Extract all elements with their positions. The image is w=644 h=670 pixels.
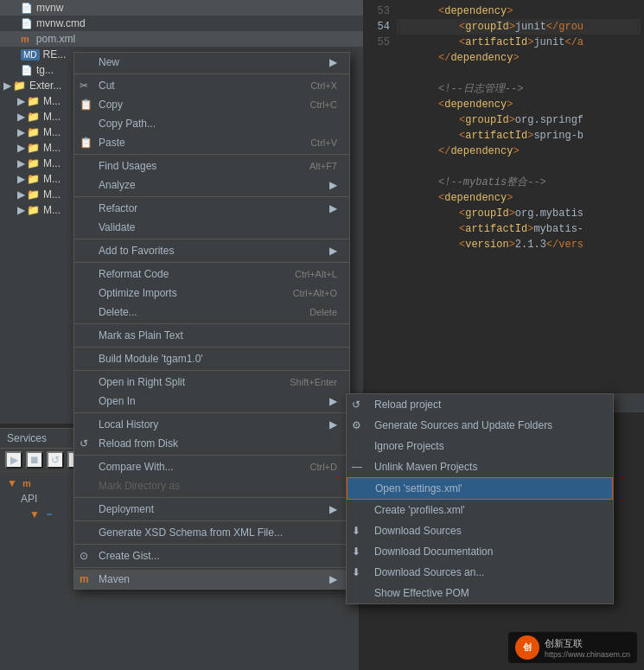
expand-icon-m3: ▶ [17, 126, 25, 138]
menu-item-localhistory[interactable]: Local History ▶ [74, 415, 349, 434]
menu-label-localhistory: Local History [99, 418, 158, 431]
menu-label-reloaddisk: Reload from Disk [99, 437, 178, 450]
services-stop-btn[interactable]: ⏹ [26, 451, 43, 469]
sub-menu-label-downloadsourcesan: Download Sources an... [374, 566, 484, 578]
menu-item-markplain[interactable]: Mark as Plain Text [74, 326, 349, 345]
code-line-6: <groupId>org.springf [397, 112, 641, 128]
context-menu-sub-maven: ↺ Reload project ⚙ Generate Sources and … [346, 393, 614, 604]
menu-sep-6 [74, 323, 349, 324]
menu-item-analyze[interactable]: Analyze ▶ [74, 175, 349, 195]
sub-menu-item-downloaddocs[interactable]: ⬇ Download Documentation [347, 541, 613, 562]
arrow-icon-localhistory: ▶ [329, 418, 337, 431]
menu-item-creategist[interactable]: ⊙ Create Gist... [74, 546, 349, 565]
code-line-blank1 [397, 66, 641, 81]
sub-menu-item-ignore[interactable]: Ignore Projects [347, 436, 613, 456]
services-expand-1: ▼ [7, 477, 17, 489]
code-line-12: <version>2.1.3</vers [397, 237, 641, 252]
sub-menu-label-downloaddocs: Download Documentation [374, 546, 493, 558]
tree-item-mvnw[interactable]: 📄 mvnw [0, 0, 363, 16]
menu-item-refactor[interactable]: Refactor ▶ [74, 199, 349, 218]
menu-sep-14 [74, 567, 349, 568]
menu-item-reloaddisk[interactable]: ↺ Reload from Disk [74, 434, 349, 453]
sub-menu-item-downloadsourcesan[interactable]: ⬇ Download Sources an... [347, 562, 613, 583]
file-icon-re: MD [21, 49, 40, 61]
menu-item-new[interactable]: New ▶ [74, 53, 349, 72]
expand-icon-m2: ▶ [17, 111, 25, 123]
menu-sep-9 [74, 412, 349, 413]
sub-menu-item-reload[interactable]: ↺ Reload project [347, 394, 613, 415]
menu-item-delete[interactable]: Delete... Delete [74, 303, 349, 322]
menu-item-genxsd[interactable]: Generate XSD Schema from XML File... [74, 523, 349, 542]
services-title: Services [7, 432, 47, 444]
menu-item-deployment[interactable]: Deployment ▶ [74, 500, 349, 519]
expand-icon-m1: ▶ [17, 95, 25, 107]
tree-label-mvnw: mvnw [36, 2, 63, 14]
menu-item-openrightsplit[interactable]: Open in Right Split Shift+Enter [74, 373, 349, 392]
sub-menu-item-showpom[interactable]: Show Effective POM [347, 583, 613, 603]
menu-sep-8 [74, 370, 349, 371]
menu-sep-12 [74, 520, 349, 521]
menu-item-openin[interactable]: Open In ▶ [74, 392, 349, 411]
cut-icon: ✂ [80, 80, 88, 92]
menu-item-copypath[interactable]: Copy Path... [74, 114, 349, 133]
menu-label-cut: Cut [99, 80, 115, 92]
paste-icon: 📋 [80, 137, 92, 149]
tree-label-m4: M... [43, 142, 61, 154]
code-line-9: <dependency> [397, 190, 641, 206]
services-api-icon: API [21, 493, 37, 505]
menu-item-copy[interactable]: 📋 Copy Ctrl+C [74, 95, 349, 114]
sub-menu-item-createprofiles[interactable]: Create 'profiles.xml' [347, 500, 613, 520]
sub-menu-item-generate[interactable]: ⚙ Generate Sources and Update Folders [347, 415, 613, 436]
sub-menu-item-opensettings[interactable]: Open 'settings.xml' [347, 477, 613, 500]
services-expand-3: ▼ [29, 508, 40, 520]
folder-icon-m5: 📁 [27, 157, 40, 169]
menu-label-maven: Maven [99, 573, 130, 585]
menu-label-analyze: Analyze [99, 179, 136, 191]
folder-icon-m6: 📁 [27, 173, 40, 185]
menu-item-validate[interactable]: Validate [74, 218, 349, 237]
expand-icon-m6: ▶ [17, 173, 25, 185]
sub-menu-label-reload: Reload project [374, 399, 441, 411]
menu-item-optimizeimports[interactable]: Optimize Imports Ctrl+Alt+O [74, 284, 349, 303]
menu-label-markplain: Mark as Plain Text [99, 329, 183, 341]
menu-item-cut[interactable]: ✂ Cut Ctrl+X [74, 76, 349, 95]
file-icon-tg: 📄 [21, 65, 33, 76]
code-line-11: <artifactId>mybatis- [397, 221, 641, 237]
sub-menu-item-unlink[interactable]: — Unlink Maven Projects [347, 456, 613, 477]
shortcut-findusages: Alt+F7 [309, 161, 337, 171]
tree-label-m6: M... [43, 173, 61, 185]
download-sources-icon: ⬇ [352, 525, 360, 537]
sub-menu-label-opensettings: Open 'settings.xml' [375, 482, 462, 495]
menu-label-optimizeimports: Optimize Imports [99, 287, 177, 299]
code-line-3: <artifactId>junit</a [397, 35, 641, 50]
menu-item-comparewith[interactable]: Compare With... Ctrl+D [74, 457, 349, 476]
menu-item-reformat[interactable]: Reformat Code Ctrl+Alt+L [74, 265, 349, 284]
menu-item-paste[interactable]: 📋 Paste Ctrl+V [74, 133, 349, 152]
sub-menu-item-downloadsources[interactable]: ⬇ Download Sources [347, 520, 613, 541]
menu-item-maven[interactable]: m Maven ▶ [74, 570, 349, 589]
menu-label-comparewith: Compare With... [99, 461, 174, 473]
code-line-5: <dependency> [397, 97, 641, 112]
menu-item-findusages[interactable]: Find Usages Alt+F7 [74, 156, 349, 175]
tree-item-pom[interactable]: m pom.xml [0, 31, 363, 47]
sub-menu-label-unlink: Unlink Maven Projects [374, 461, 477, 473]
watermark-name: 创新互联 [545, 637, 630, 650]
folder-icon-m3: 📁 [27, 126, 40, 138]
services-run-btn[interactable]: ▶ [5, 451, 22, 469]
tree-item-mvnw-cmd[interactable]: 📄 mvnw.cmd [0, 16, 363, 31]
watermark-logo: 创 [515, 635, 539, 660]
menu-item-buildmodule[interactable]: Build Module 'tgam1.0' [74, 349, 349, 368]
menu-label-copypath: Copy Path... [99, 118, 156, 130]
arrow-icon-refactor: ▶ [329, 202, 337, 214]
services-reload-btn[interactable]: ↺ [47, 451, 64, 469]
arrow-icon-analyze: ▶ [329, 179, 337, 191]
download-docs-icon: ⬇ [352, 546, 360, 558]
expand-icon-m7: ▶ [17, 188, 25, 201]
code-line-8: </dependency> [397, 144, 641, 159]
menu-sep-3 [74, 196, 349, 197]
unlink-icon: — [352, 461, 362, 473]
menu-item-addfavorites[interactable]: Add to Favorites ▶ [74, 241, 349, 260]
file-icon-pom: m [21, 34, 29, 44]
arrow-icon-deployment: ▶ [329, 503, 337, 515]
menu-label-paste: Paste [99, 137, 125, 149]
